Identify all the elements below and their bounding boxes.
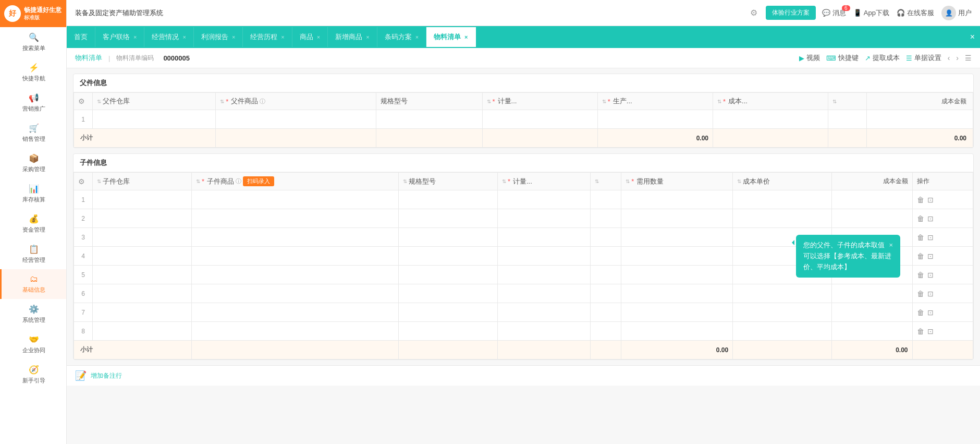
child-row-5-product[interactable] (192, 266, 399, 284)
copy-icon-1[interactable]: ⊡ (927, 196, 934, 204)
child-row-5-spec[interactable] (398, 266, 497, 284)
child-row-2-product[interactable] (192, 209, 399, 228)
tab-close-2[interactable]: × (182, 34, 186, 40)
action-shortcut-btn[interactable]: ⌨ 快捷键 (826, 53, 859, 63)
child-row-3-qty[interactable] (621, 228, 733, 247)
child-row-7-product[interactable] (192, 303, 399, 322)
add-row-label[interactable]: 增加备注行 (91, 371, 122, 380)
child-row-7-amount[interactable] (832, 303, 912, 322)
child-row-7-unit[interactable] (497, 303, 590, 322)
child-row-6-extra[interactable] (590, 284, 621, 303)
child-row-2-warehouse[interactable] (93, 209, 192, 228)
delete-icon-1[interactable]: 🗑 (917, 196, 924, 204)
child-row-4-product[interactable] (192, 247, 399, 266)
tab-经营历程[interactable]: 经营历程× (243, 27, 292, 47)
child-row-2-unit[interactable] (497, 209, 590, 228)
child-row-1-warehouse[interactable] (93, 190, 192, 209)
child-row-8-amount[interactable] (832, 322, 912, 341)
action-extract-cost-btn[interactable]: ↗ 提取成本 (865, 53, 900, 63)
child-row-6-amount[interactable] (832, 284, 912, 303)
sidebar-item-finance[interactable]: 💰资金管理 (0, 209, 66, 239)
child-row-7-extra[interactable] (590, 303, 621, 322)
child-row-4-extra[interactable] (590, 247, 621, 266)
sidebar-item-sales[interactable]: 🛒销售管理 (0, 118, 66, 148)
tab-close-3[interactable]: × (232, 34, 235, 40)
sidebar-item-marketing[interactable]: 📢营销推广 (0, 88, 66, 118)
child-row-5-qty[interactable] (621, 266, 733, 284)
child-row-7-qty[interactable] (621, 303, 733, 322)
sidebar-item-basic-info[interactable]: 🗂基础信息 (0, 269, 66, 299)
tab-条码方案[interactable]: 条码方案× (377, 27, 426, 47)
child-row-1-amount[interactable] (832, 190, 912, 209)
col-settings-icon[interactable]: ⚙ (78, 97, 85, 105)
tooltip-close-btn[interactable]: × (889, 240, 893, 251)
child-row-2-extra[interactable] (590, 209, 621, 228)
gear-icon[interactable]: ⚙ (750, 8, 757, 18)
parent-row-1-amount[interactable] (867, 110, 973, 129)
delete-icon-7[interactable]: 🗑 (917, 308, 924, 317)
child-row-6-spec[interactable] (398, 284, 497, 303)
copy-icon-6[interactable]: ⊡ (927, 290, 934, 298)
sidebar-item-enterprise[interactable]: 🤝企业协同 (0, 329, 66, 359)
child-row-7-spec[interactable] (398, 303, 497, 322)
tab-新增商品[interactable]: 新增商品× (328, 27, 377, 47)
child-row-8-unit[interactable] (497, 322, 590, 341)
child-row-1-unit-cost[interactable] (733, 190, 832, 209)
delete-icon-3[interactable]: 🗑 (917, 233, 924, 242)
tab-nav-close-all[interactable]: × (965, 32, 980, 42)
action-view-btn[interactable]: ▶ 视频 (799, 53, 820, 63)
child-row-7-warehouse[interactable] (93, 303, 192, 322)
tab-close-1[interactable]: × (133, 34, 137, 40)
child-row-3-extra[interactable] (590, 228, 621, 247)
child-row-5-extra[interactable] (590, 266, 621, 284)
child-row-3-unit[interactable] (497, 228, 590, 247)
parent-row-1-extra[interactable] (828, 110, 867, 129)
child-row-6-unit-cost[interactable] (733, 284, 832, 303)
child-row-6-product[interactable] (192, 284, 399, 303)
child-row-8-extra[interactable] (590, 322, 621, 341)
tab-经营情况[interactable]: 经营情况× (144, 27, 193, 47)
child-row-3-product[interactable] (192, 228, 399, 247)
child-row-7-unit-cost[interactable] (733, 303, 832, 322)
child-row-1-qty[interactable] (621, 190, 733, 209)
child-product-info-icon[interactable]: ⓘ (236, 177, 241, 185)
copy-icon-7[interactable]: ⊡ (927, 308, 934, 317)
experience-btn[interactable]: 体验行业方案 (766, 6, 816, 20)
child-row-8-qty[interactable] (621, 322, 733, 341)
tab-首页[interactable]: 首页 (67, 27, 95, 47)
delete-icon-8[interactable]: 🗑 (917, 327, 924, 335)
tab-close-5[interactable]: × (317, 34, 320, 40)
child-row-8-unit-cost[interactable] (733, 322, 832, 341)
delete-icon-5[interactable]: 🗑 (917, 271, 924, 279)
product-info-icon[interactable]: ⓘ (260, 98, 265, 105)
parent-row-1-prod-date[interactable] (597, 110, 713, 129)
delete-icon-4[interactable]: 🗑 (917, 252, 924, 260)
child-row-3-spec[interactable] (398, 228, 497, 247)
action-single-settings-btn[interactable]: ☰ 单据设置 (906, 53, 941, 63)
parent-row-1-product[interactable] (216, 110, 376, 129)
tab-close-8[interactable]: × (464, 34, 468, 40)
child-col-settings-icon[interactable]: ⚙ (78, 177, 85, 186)
sidebar-item-purchase[interactable]: 📦采购管理 (0, 148, 66, 178)
tab-商品[interactable]: 商品× (292, 27, 328, 47)
tab-物料清单[interactable]: 物料清单× (426, 27, 475, 47)
delete-icon-6[interactable]: 🗑 (917, 290, 924, 298)
app-download-btn[interactable]: 📱 App下载 (853, 8, 889, 18)
page-nav-menu[interactable]: ☰ (965, 54, 972, 62)
child-row-4-warehouse[interactable] (93, 247, 192, 266)
sidebar-item-system[interactable]: ⚙️系统管理 (0, 299, 66, 329)
copy-icon-4[interactable]: ⊡ (927, 252, 934, 260)
sidebar-item-guide[interactable]: 🧭新手引导 (0, 359, 66, 390)
child-row-4-spec[interactable] (398, 247, 497, 266)
parent-row-1-spec[interactable] (376, 110, 482, 129)
parent-row-1-cost[interactable] (713, 110, 828, 129)
child-row-8-warehouse[interactable] (93, 322, 192, 341)
tab-close-6[interactable]: × (366, 34, 369, 40)
copy-icon-5[interactable]: ⊡ (927, 271, 934, 279)
breadcrumb-tab[interactable]: 物料清单 (75, 53, 102, 63)
child-row-1-spec[interactable] (398, 190, 497, 209)
child-row-2-qty[interactable] (621, 209, 733, 228)
page-nav-next[interactable]: › (956, 54, 959, 62)
child-row-1-product[interactable] (192, 190, 399, 209)
sidebar-item-inventory[interactable]: 📊库存核算 (0, 178, 66, 209)
